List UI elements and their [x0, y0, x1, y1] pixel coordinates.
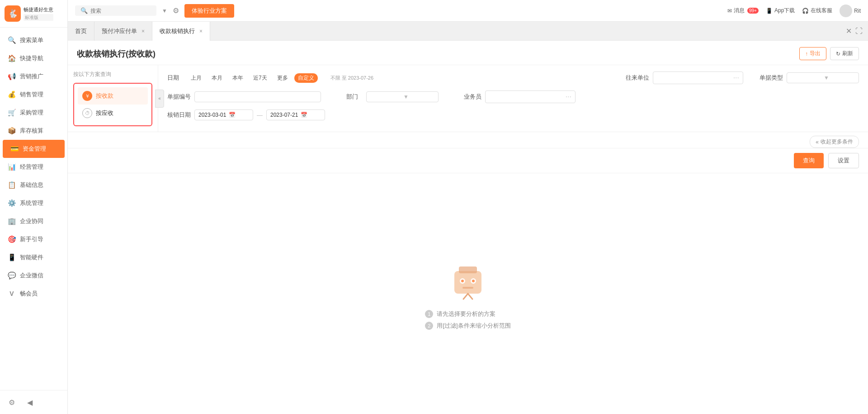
- search-chevron-icon[interactable]: ▼: [162, 8, 167, 14]
- verify-date-to-input[interactable]: 2023-07-21 📅: [266, 109, 325, 120]
- doc-no-text-input[interactable]: [198, 94, 317, 100]
- app-download-button[interactable]: 📱 App下载: [766, 7, 795, 14]
- tab-expand-icon[interactable]: ⛶: [855, 27, 863, 35]
- sidebar-item-hardware[interactable]: 📱 智能硬件: [0, 248, 67, 266]
- collapse-more-label: 收起更多条件: [821, 138, 853, 146]
- tab-home[interactable]: 首页: [68, 22, 94, 41]
- verify-date-label: 核销日期: [167, 111, 191, 119]
- date-hint-text: 不限 至 2023-07-26: [330, 75, 373, 81]
- logo-text: 畅捷通好生意 标准版: [24, 6, 53, 20]
- collapse-sidebar-icon[interactable]: ◀: [23, 395, 37, 409]
- purchase-icon: 🛒: [7, 108, 16, 117]
- tab-close-all-icon[interactable]: ✕: [846, 27, 852, 35]
- verify-date-from-input[interactable]: 2023-03-01 📅: [194, 109, 253, 120]
- date-this-year-btn[interactable]: 本年: [229, 73, 247, 83]
- date-more-btn[interactable]: 更多: [274, 73, 292, 83]
- tab-collect-label: 收款核销执行: [160, 27, 195, 35]
- verify-date-field: 核销日期 2023-03-01 📅 — 2023-07-21 📅: [167, 109, 325, 120]
- filter-row-3: 核销日期 2023-03-01 📅 — 2023-07-21 📅: [167, 109, 859, 120]
- topbar: 🔍 ▼ ⚙ 体验行业方案 ✉ 消息 99+ 📱 App下载 🎧 在线客服 Rit: [68, 0, 868, 22]
- doc-no-label: 单据编号: [167, 93, 191, 101]
- page-header: 收款核销执行(按收款) ↑ 导出 ↻ 刷新: [68, 41, 868, 65]
- collapse-more-button[interactable]: « 收起更多条件: [810, 136, 859, 148]
- sidebar: 🐇 畅捷通好生意 标准版 🔍 搜索菜单 🏠 快捷导航 📢 营销推广 💰 销售管理…: [0, 0, 68, 414]
- receipt-icon: ￥: [82, 91, 92, 101]
- query-button[interactable]: 查询: [794, 153, 824, 168]
- doc-type-select[interactable]: ▼: [787, 72, 859, 83]
- sidebar-label-sales: 销售管理: [20, 90, 43, 99]
- setting-button[interactable]: 设置: [828, 153, 859, 168]
- sidebar-item-business[interactable]: 📊 经营管理: [0, 158, 67, 176]
- sidebar-label-hardware: 智能硬件: [20, 253, 43, 262]
- sidebar-item-basic[interactable]: 📋 基础信息: [0, 176, 67, 194]
- tab-bar: 首页 预付冲应付单 × 收款核销执行 × ✕ ⛶: [68, 22, 868, 41]
- main-content: 🔍 ▼ ⚙ 体验行业方案 ✉ 消息 99+ 📱 App下载 🎧 在线客服 Rit: [68, 0, 868, 414]
- calendar-from-icon[interactable]: 📅: [229, 112, 236, 118]
- counterpart-field: 往来单位 ···: [626, 71, 743, 84]
- sidebar-item-purchase[interactable]: 🛒 采购管理: [0, 104, 67, 122]
- sidebar-item-system[interactable]: ⚙️ 系统管理: [0, 194, 67, 212]
- topbar-gear-icon[interactable]: ⚙: [173, 6, 179, 15]
- app-download-icon: 📱: [766, 8, 773, 14]
- date-label: 日期: [167, 74, 184, 82]
- member-icon: V: [7, 289, 16, 298]
- sidebar-item-wechat[interactable]: 💬 企业微信: [0, 266, 67, 285]
- counterpart-more-icon[interactable]: ···: [733, 74, 739, 82]
- date-hint-field: 不限 至 2023-07-26: [330, 75, 373, 81]
- user-name: Rit: [854, 8, 861, 14]
- sidebar-item-sales[interactable]: 💰 销售管理: [0, 86, 67, 104]
- date-last-month-btn[interactable]: 上月: [187, 73, 205, 83]
- sidebar-item-guide[interactable]: 🎯 新手引导: [0, 230, 67, 248]
- message-button[interactable]: ✉ 消息 99+: [727, 7, 759, 14]
- finance-icon: 💳: [10, 144, 19, 153]
- industry-solution-button[interactable]: 体验行业方案: [184, 4, 234, 18]
- page-actions: ↑ 导出 ↻ 刷新: [799, 47, 859, 60]
- user-menu[interactable]: Rit: [840, 5, 861, 17]
- staff-more-icon[interactable]: ···: [566, 93, 571, 101]
- sidebar-item-marketing[interactable]: 📢 营销推广: [0, 67, 67, 86]
- tab-collect-close[interactable]: ×: [199, 28, 203, 34]
- filter-left-panel: 按以下方案查询 ￥ 按收款 ⏱ 按应收 «: [68, 65, 158, 132]
- topbar-search-box[interactable]: 🔍: [75, 5, 156, 16]
- empty-state: 1 请先选择要分析的方案 2 用[过滤]条件来缩小分析范围: [68, 173, 868, 414]
- sidebar-item-shortcut[interactable]: 🏠 快捷导航: [0, 49, 67, 67]
- online-service-button[interactable]: 🎧 在线客服: [802, 7, 832, 14]
- tab-prepay-close[interactable]: ×: [142, 28, 145, 34]
- empty-tips: 1 请先选择要分析的方案 2 用[过滤]条件来缩小分析范围: [425, 310, 510, 330]
- settings-bottom-icon[interactable]: ⚙: [5, 395, 19, 409]
- sidebar-item-enterprise[interactable]: 🏢 企业协同: [0, 212, 67, 230]
- tab-home-label: 首页: [75, 27, 87, 35]
- date-last-7days-btn[interactable]: 近7天: [250, 73, 271, 83]
- date-this-month-btn[interactable]: 本月: [208, 73, 226, 83]
- filter-collapse-button[interactable]: «: [155, 90, 164, 108]
- sidebar-item-inventory[interactable]: 📦 库存核算: [0, 122, 67, 140]
- sales-icon: 💰: [7, 90, 16, 99]
- svg-point-4: [461, 280, 464, 282]
- empty-illustration: [445, 257, 491, 303]
- dept-select[interactable]: ▼: [366, 91, 439, 102]
- refresh-button[interactable]: ↻ 刷新: [830, 47, 859, 60]
- sidebar-label-basic: 基础信息: [20, 181, 43, 189]
- tab-collect[interactable]: 收款核销执行 ×: [152, 22, 210, 41]
- sidebar-item-member[interactable]: V 畅会员: [0, 285, 67, 303]
- staff-input[interactable]: ···: [485, 90, 576, 103]
- staff-text-input[interactable]: [489, 94, 564, 100]
- sidebar-item-search[interactable]: 🔍 搜索菜单: [0, 31, 67, 49]
- counterpart-input[interactable]: ···: [653, 71, 743, 84]
- sidebar-item-finance[interactable]: 💳 资金管理: [3, 140, 65, 158]
- staff-field: 业务员 ···: [464, 90, 576, 103]
- filter-option-receivable-label: 按应收: [96, 109, 113, 117]
- sidebar-bottom: ⚙ ◀: [0, 390, 67, 414]
- sidebar-label-shortcut: 快捷导航: [20, 54, 43, 62]
- doc-no-input[interactable]: [194, 91, 321, 102]
- system-icon: ⚙️: [7, 199, 16, 208]
- tab-prepay[interactable]: 预付冲应付单 ×: [94, 22, 152, 41]
- tip-num-1: 1: [425, 310, 433, 318]
- export-button[interactable]: ↑ 导出: [799, 47, 826, 60]
- topbar-search-input[interactable]: [90, 8, 149, 14]
- filter-option-by-receivable[interactable]: ⏱ 按应收: [78, 105, 148, 122]
- counterpart-text-input[interactable]: [657, 75, 731, 81]
- filter-option-by-receipt[interactable]: ￥ 按收款: [78, 87, 148, 105]
- date-custom-btn[interactable]: 自定义: [294, 73, 318, 83]
- calendar-to-icon[interactable]: 📅: [301, 112, 307, 118]
